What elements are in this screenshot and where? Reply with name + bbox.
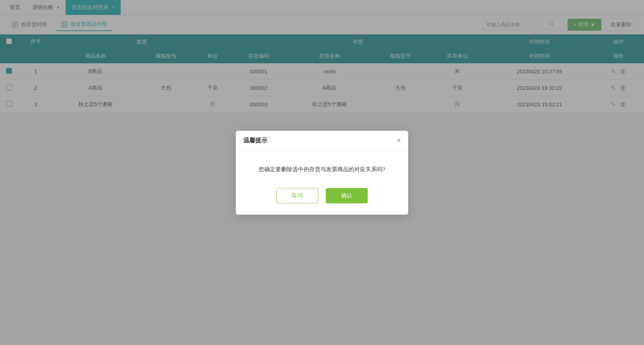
dialog-overlay: 温馨提示 × 您确定要删除选中的存货与发票商品的对应关系吗? 取消 确认 [0,0,644,113]
